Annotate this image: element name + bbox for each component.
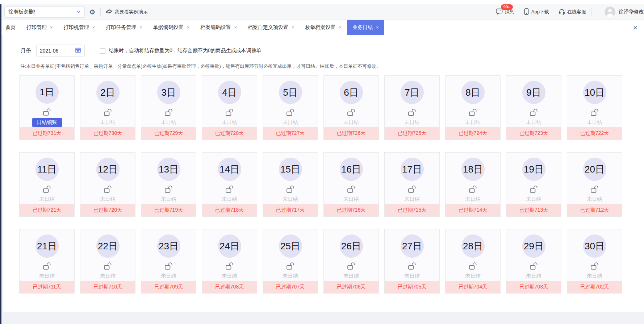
online-service-button[interactable]: 在线客服 bbox=[559, 8, 586, 16]
day-card-19[interactable]: 19日 未日结 已过期713天 bbox=[506, 152, 561, 217]
tab-close-icon[interactable]: × bbox=[187, 25, 190, 30]
day-card-18[interactable]: 18日 未日结 已过期714天 bbox=[445, 152, 501, 217]
tabs-container: 首页打印管理×打印机管理×打印任务管理×单据编码设置×档案编码设置×档案自定义项… bbox=[0, 20, 384, 35]
day-number: 12日 bbox=[96, 158, 120, 181]
day-card-4[interactable]: 4日 未日结 已过期728天 bbox=[202, 75, 257, 140]
auto-adjust-checkbox-label[interactable]: 结账时，自动将结存数量为0，结存金额不为0的商品生成成本调整单 bbox=[109, 47, 262, 54]
day-status: 未日结 bbox=[222, 273, 237, 281]
day-card-28[interactable]: 28日 未日结 已过期704天 bbox=[445, 229, 501, 294]
day-card-5[interactable]: 5日 未日结 已过期727天 bbox=[263, 75, 318, 140]
close-all-tabs-button[interactable]: × bbox=[627, 24, 644, 31]
day-card-12[interactable]: 12日 未日结 已过期720天 bbox=[80, 152, 135, 217]
tab-print-task-management[interactable]: 打印任务管理× bbox=[100, 20, 148, 35]
expired-badge: 已过期728天 bbox=[202, 127, 257, 140]
tab-printer-management[interactable]: 打印机管理× bbox=[58, 20, 101, 35]
expired-badge: 已过期726天 bbox=[324, 127, 379, 140]
day-card-16[interactable]: 16日 未日结 已过期716天 bbox=[323, 152, 379, 217]
day-number: 26日 bbox=[340, 234, 363, 258]
unlock-icon bbox=[103, 262, 113, 270]
divider bbox=[591, 8, 591, 16]
tab-close-icon[interactable]: × bbox=[292, 25, 294, 30]
day-card-13[interactable]: 13日 未日结 已过期719天 bbox=[141, 152, 196, 217]
gear-icon[interactable]: ⚙ bbox=[89, 9, 95, 16]
day-status: 未日结 bbox=[283, 196, 298, 204]
auto-adjust-checkbox[interactable] bbox=[100, 48, 105, 54]
day-card-29[interactable]: 29日 未日结 已过期703天 bbox=[506, 229, 561, 294]
day-status: 未日结 bbox=[405, 273, 420, 281]
day-card-6[interactable]: 6日 未日结 已过期726天 bbox=[323, 75, 379, 140]
expired-badge: 已过期712天 bbox=[567, 204, 622, 216]
tab-close-icon[interactable]: × bbox=[92, 25, 95, 30]
day-card-9[interactable]: 9日 未日结 已过期723天 bbox=[506, 75, 561, 140]
topbar-right-group: 99+ 消息 App下载 bbox=[486, 7, 644, 17]
day-status: 未日结 bbox=[465, 119, 481, 127]
day-card-2[interactable]: 2日 未日结 已过期730天 bbox=[80, 75, 135, 140]
online-service-label: 在线客服 bbox=[567, 9, 586, 15]
unlock-icon bbox=[42, 185, 52, 194]
company-select[interactable]: 徐老板勿删! bbox=[4, 6, 85, 18]
tab-enum-archive-settings[interactable]: 枚举档案设置× bbox=[300, 20, 347, 35]
tab-bar: 首页打印管理×打印机管理×打印任务管理×单据编码设置×档案编码设置×档案自定义项… bbox=[0, 20, 644, 35]
day-card-22[interactable]: 22日 未日结 已过期710天 bbox=[80, 229, 135, 294]
expired-badge: 已过期702天 bbox=[567, 281, 622, 293]
day-card-24[interactable]: 24日 未日结 已过期708天 bbox=[202, 229, 257, 294]
tab-home[interactable]: 首页 bbox=[0, 20, 21, 35]
unlock-icon bbox=[407, 185, 417, 194]
unlock-icon bbox=[347, 262, 356, 270]
day-number: 18日 bbox=[461, 158, 485, 181]
day-card-30[interactable]: 30日 未日结 已过期702天 bbox=[567, 229, 622, 294]
daily-close-note: 注:本日业务单据(不包括销售订单、采购订单、分量盘点单)必须生效(如果有审批管理… bbox=[3, 57, 644, 70]
unlock-icon bbox=[286, 262, 295, 270]
day-card-23[interactable]: 23日 未日结 已过期709天 bbox=[141, 229, 196, 294]
tab-doc-code-settings[interactable]: 单据编码设置× bbox=[148, 20, 195, 35]
day-card-11[interactable]: 11日 未日结 已过期721天 bbox=[19, 152, 75, 217]
days-grid: 1日 日结锁账 已过期731天 2日 未日结 已过期730天 3日 bbox=[19, 75, 644, 294]
day-card-1[interactable]: 1日 日结锁账 已过期731天 bbox=[19, 75, 75, 140]
tab-close-icon[interactable]: × bbox=[376, 25, 379, 30]
expired-badge: 已过期730天 bbox=[80, 127, 135, 140]
tab-archive-custom-field-settings[interactable]: 档案自定义项设置× bbox=[242, 20, 300, 35]
month-input[interactable] bbox=[40, 48, 75, 54]
expired-badge: 已过期723天 bbox=[506, 127, 561, 140]
day-status: 未日结 bbox=[39, 273, 55, 281]
messages-button[interactable]: 99+ 消息 bbox=[496, 8, 514, 16]
expired-badge: 已过期705天 bbox=[385, 281, 439, 293]
tab-business-daily-close[interactable]: 业务日结× bbox=[347, 20, 384, 35]
tab-label: 档案自定义项设置 bbox=[248, 24, 288, 31]
day-status: 未日结 bbox=[100, 119, 116, 127]
user-menu[interactable]: 徐泽华修改 bbox=[605, 7, 644, 17]
demo-link[interactable]: 我要看实例演示 bbox=[106, 8, 148, 16]
app-download-button[interactable]: App下载 bbox=[524, 8, 549, 16]
day-card-7[interactable]: 7日 未日结 已过期725天 bbox=[384, 75, 440, 140]
expired-badge: 已过期709天 bbox=[141, 281, 196, 293]
day-card-3[interactable]: 3日 未日结 已过期729天 bbox=[141, 75, 196, 140]
tab-label: 单据编码设置 bbox=[153, 24, 184, 31]
day-card-25[interactable]: 25日 未日结 已过期707天 bbox=[263, 229, 318, 294]
day-card-17[interactable]: 17日 未日结 已过期715天 bbox=[384, 152, 440, 217]
day-card-10[interactable]: 10日 未日结 已过期722天 bbox=[567, 75, 622, 140]
calendar-icon[interactable] bbox=[75, 47, 81, 55]
tab-archive-code-settings[interactable]: 档案编码设置× bbox=[195, 20, 242, 35]
daily-close-lock-button[interactable]: 日结锁账 bbox=[32, 118, 62, 127]
collapsed-sidebar-strip[interactable] bbox=[0, 4, 1, 324]
auto-adjust-checkbox-row: 结账时，自动将结存数量为0，结存金额不为0的商品生成成本调整单 bbox=[100, 47, 262, 54]
tab-close-icon[interactable]: × bbox=[139, 25, 142, 30]
tab-close-icon[interactable]: × bbox=[50, 25, 53, 30]
tab-label: 首页 bbox=[5, 24, 16, 31]
day-card-26[interactable]: 26日 未日结 已过期706天 bbox=[323, 229, 379, 294]
day-status: 未日结 bbox=[587, 196, 602, 204]
expired-badge: 已过期707天 bbox=[263, 281, 318, 293]
day-card-21[interactable]: 21日 未日结 已过期711天 bbox=[19, 229, 75, 294]
day-card-27[interactable]: 27日 未日结 已过期705天 bbox=[384, 229, 440, 294]
day-card-15[interactable]: 15日 未日结 已过期717天 bbox=[263, 152, 318, 217]
day-card-20[interactable]: 20日 未日结 已过期712天 bbox=[567, 152, 622, 217]
messages-badge: 99+ bbox=[501, 4, 513, 10]
tab-print-management[interactable]: 打印管理× bbox=[21, 20, 58, 35]
day-card-8[interactable]: 8日 未日结 已过期724天 bbox=[445, 75, 501, 140]
tab-close-icon[interactable]: × bbox=[339, 25, 342, 30]
unlock-icon bbox=[103, 108, 113, 117]
tab-close-icon[interactable]: × bbox=[234, 25, 237, 30]
day-card-14[interactable]: 14日 未日结 已过期718天 bbox=[202, 152, 257, 217]
unlock-icon bbox=[164, 262, 173, 270]
month-picker[interactable] bbox=[36, 45, 85, 57]
